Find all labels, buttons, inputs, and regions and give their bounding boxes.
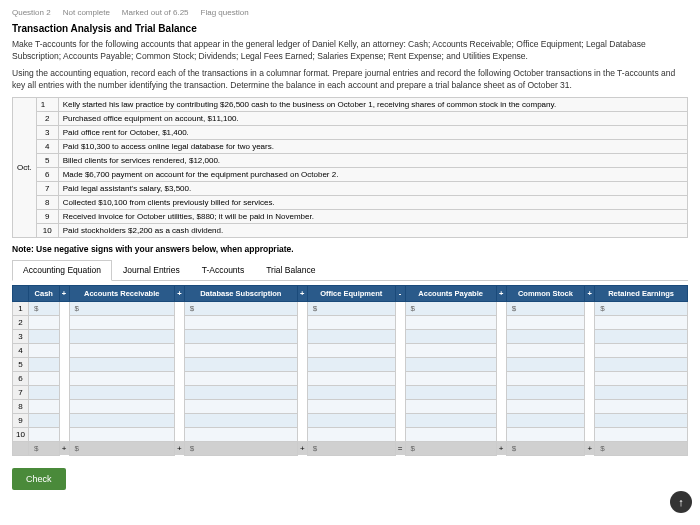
input-cell[interactable] [595,343,688,357]
op-cell [59,371,69,385]
input-cell[interactable] [405,357,496,371]
op-cell [174,315,184,329]
input-cell[interactable] [595,329,688,343]
op-cell [59,301,69,315]
input-cell[interactable] [69,343,174,357]
input-cell[interactable] [405,385,496,399]
input-cell[interactable] [29,357,60,371]
input-cell[interactable] [69,399,174,413]
input-cell[interactable] [405,413,496,427]
input-cell[interactable] [595,371,688,385]
row-num: 8 [13,399,29,413]
input-cell[interactable] [69,371,174,385]
input-cell[interactable] [506,371,585,385]
input-cell[interactable] [29,413,60,427]
input-cell[interactable] [506,315,585,329]
op-total: = [395,441,405,455]
input-cell[interactable] [405,399,496,413]
input-cell[interactable] [506,343,585,357]
input-cell[interactable] [184,399,297,413]
input-cell[interactable] [184,385,297,399]
input-cell[interactable] [307,399,395,413]
input-cell[interactable] [184,413,297,427]
input-cell[interactable] [595,385,688,399]
input-cell[interactable] [405,371,496,385]
input-cell[interactable]: $ [595,301,688,315]
total-cell: $ [307,441,395,455]
input-cell[interactable] [405,343,496,357]
input-cell[interactable] [506,413,585,427]
equation-table: Cash + Accounts Receivable + Database Su… [12,285,688,456]
input-cell[interactable] [29,343,60,357]
input-cell[interactable] [595,413,688,427]
input-cell[interactable] [307,357,395,371]
input-cell[interactable] [307,385,395,399]
input-cell[interactable] [29,427,60,441]
trans-text: Billed clients for services rendered, $1… [58,153,687,167]
check-button[interactable]: Check [12,468,66,490]
tab-journal-entries[interactable]: Journal Entries [112,260,191,280]
trans-num: 6 [36,167,58,181]
input-cell[interactable] [29,315,60,329]
input-cell[interactable] [506,399,585,413]
input-cell[interactable]: $ [405,301,496,315]
input-cell[interactable] [29,399,60,413]
row-num: 5 [13,357,29,371]
input-cell[interactable]: $ [184,301,297,315]
input-cell[interactable] [595,315,688,329]
input-cell[interactable] [184,315,297,329]
input-cell[interactable] [184,427,297,441]
input-cell[interactable] [506,329,585,343]
input-cell[interactable] [506,357,585,371]
flag-link[interactable]: Flag question [201,8,249,17]
input-cell[interactable] [307,427,395,441]
total-cell: $ [595,441,688,455]
input-cell[interactable] [184,343,297,357]
tab-accounting-equation[interactable]: Accounting Equation [12,260,112,281]
op-cell [174,413,184,427]
input-cell[interactable] [29,329,60,343]
input-cell[interactable] [184,357,297,371]
op-cell [174,329,184,343]
input-cell[interactable] [69,329,174,343]
input-cell[interactable] [506,385,585,399]
input-cell[interactable] [29,385,60,399]
op-cell [496,301,506,315]
tab-trial-balance[interactable]: Trial Balance [255,260,326,280]
input-cell[interactable] [69,385,174,399]
input-cell[interactable]: $ [506,301,585,315]
input-cell[interactable] [506,427,585,441]
input-cell[interactable]: $ [307,301,395,315]
input-cell[interactable] [69,427,174,441]
input-cell[interactable] [405,315,496,329]
op-cell [297,301,307,315]
op-cell [395,385,405,399]
row-num: 6 [13,371,29,385]
op-cell [585,301,595,315]
input-cell[interactable] [595,427,688,441]
input-cell[interactable] [69,413,174,427]
input-cell[interactable] [29,371,60,385]
input-cell[interactable] [307,329,395,343]
op-cell [59,413,69,427]
op-cell [496,371,506,385]
input-cell[interactable] [184,329,297,343]
input-cell[interactable]: $ [29,301,60,315]
header-blank [13,285,29,301]
input-cell[interactable] [595,357,688,371]
input-cell[interactable] [307,413,395,427]
input-cell[interactable] [307,343,395,357]
input-cell[interactable]: $ [69,301,174,315]
input-cell[interactable] [69,357,174,371]
input-cell[interactable] [184,371,297,385]
input-cell[interactable] [595,399,688,413]
op-plus: + [297,285,307,301]
tab-t-accounts[interactable]: T-Accounts [191,260,256,280]
trans-text: Paid stockholders $2,200 as a cash divid… [58,223,687,237]
scroll-fab[interactable]: ↑ [670,491,692,513]
input-cell[interactable] [69,315,174,329]
input-cell[interactable] [307,315,395,329]
input-cell[interactable] [405,427,496,441]
input-cell[interactable] [307,371,395,385]
input-cell[interactable] [405,329,496,343]
